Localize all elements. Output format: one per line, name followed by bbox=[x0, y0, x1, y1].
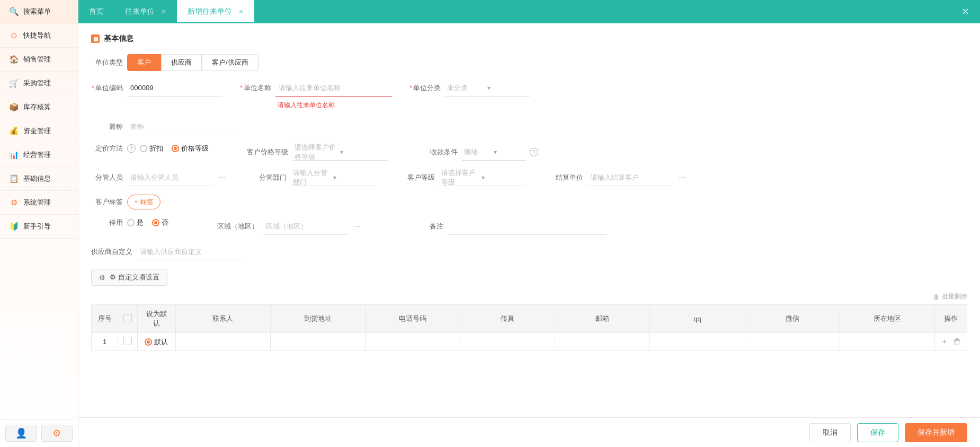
custom-settings-button[interactable]: ⚙ ⚙ 自定义项设置 bbox=[91, 269, 167, 286]
row-contact[interactable] bbox=[175, 333, 270, 351]
row-region[interactable] bbox=[840, 333, 934, 351]
main-area: 首页 往来单位 ✕ 新增往来单位 ✕ ✕ ▦ 基本信息 单位类型 客户 供应商 … bbox=[78, 0, 980, 447]
sidebar-item-purchase[interactable]: 🛒 采购管理 bbox=[0, 72, 78, 95]
save-new-button[interactable]: 保存并新增 bbox=[905, 423, 967, 442]
tab-bar: 首页 往来单位 ✕ 新增往来单位 ✕ ✕ bbox=[78, 0, 980, 23]
row-wechat[interactable] bbox=[745, 333, 840, 351]
region-group: 区域（地区） ··· bbox=[217, 218, 363, 235]
tab-home[interactable]: 首页 bbox=[78, 0, 114, 23]
supervisor-dots[interactable]: ··· bbox=[216, 173, 227, 182]
sidebar-item-basic[interactable]: 📋 基础信息 bbox=[0, 167, 78, 191]
remarks-input[interactable] bbox=[448, 218, 607, 235]
abbr-row: 简称 bbox=[91, 118, 967, 135]
sidebar-item-label: 新手引导 bbox=[23, 222, 51, 231]
settlement-label: 结算单位 bbox=[551, 173, 583, 182]
fax-input[interactable] bbox=[466, 338, 549, 346]
region-input[interactable] bbox=[263, 218, 348, 235]
contact-input[interactable] bbox=[181, 338, 265, 346]
settlement-dots[interactable]: ··· bbox=[676, 173, 688, 182]
qq-input[interactable] bbox=[655, 338, 739, 346]
sidebar-item-system[interactable]: ⚙ 系统管理 bbox=[0, 191, 78, 215]
col-region: 所在地区 bbox=[840, 305, 934, 333]
row-action-btns: ＋ 🗑 bbox=[940, 336, 961, 347]
tab-new-partner[interactable]: 新增往来单位 ✕ bbox=[177, 0, 254, 23]
col-fax: 传真 bbox=[460, 305, 555, 333]
unit-code-input[interactable] bbox=[127, 80, 222, 97]
add-row-btn[interactable]: ＋ bbox=[940, 336, 949, 347]
col-index: 序号 bbox=[92, 305, 118, 333]
row-address[interactable] bbox=[270, 333, 365, 351]
payment-terms-select[interactable]: 现结 ▾ bbox=[462, 144, 525, 161]
default-radio[interactable]: 默认 bbox=[143, 337, 170, 347]
tab-partners-close[interactable]: ✕ bbox=[161, 8, 166, 15]
select-all-checkbox[interactable] bbox=[123, 314, 132, 322]
save-button[interactable]: 保存 bbox=[857, 423, 898, 442]
price-level-group: 客户价格等级 请选择客户价格等级 ▾ bbox=[247, 144, 388, 161]
payment-help-icon[interactable]: ? bbox=[530, 148, 538, 156]
sidebar-item-label: 快捷导航 bbox=[23, 31, 51, 40]
sidebar-item-quick-nav[interactable]: ⊙ 快捷导航 bbox=[0, 24, 78, 48]
dept-group: 分管部门 请输入分管部门 ▾ bbox=[255, 169, 376, 186]
row-index: 1 bbox=[92, 333, 118, 351]
delete-row-btn[interactable]: 🗑 bbox=[953, 337, 961, 347]
address-input[interactable] bbox=[276, 338, 360, 346]
disable-yes[interactable]: 是 bbox=[127, 218, 144, 227]
supervisor-row: 分管人员 ··· 分管部门 请输入分管部门 ▾ 客户等级 请选择客户等级 ▾ 结… bbox=[91, 169, 967, 186]
row-qq[interactable] bbox=[650, 333, 745, 351]
price-level-select[interactable]: 请选择客户价格等级 ▾ bbox=[292, 144, 388, 161]
sidebar-item-label: 经营管理 bbox=[23, 150, 51, 160]
unit-type-label: 单位类型 bbox=[91, 58, 123, 67]
dept-select[interactable]: 请输入分管部门 ▾ bbox=[291, 169, 376, 186]
unit-category-group: 单位分类 未分类 ▾ bbox=[409, 80, 530, 97]
abbr-input[interactable] bbox=[127, 118, 233, 135]
tab-new-partner-close[interactable]: ✕ bbox=[238, 8, 244, 15]
sidebar-item-inventory[interactable]: 📦 库存核算 bbox=[0, 95, 78, 119]
wechat-input[interactable] bbox=[751, 338, 834, 346]
col-wechat: 微信 bbox=[745, 305, 840, 333]
row-fax[interactable] bbox=[460, 333, 555, 351]
row-default: 默认 bbox=[138, 333, 176, 351]
add-tag-button[interactable]: + 标签 bbox=[127, 195, 161, 209]
radio-level-circle bbox=[172, 145, 179, 152]
row-phone[interactable] bbox=[365, 333, 460, 351]
sidebar-item-guide[interactable]: 🔰 新手引导 bbox=[0, 215, 78, 239]
disable-no[interactable]: 否 bbox=[152, 218, 168, 227]
row-select-checkbox[interactable] bbox=[123, 337, 132, 345]
unit-type-customer[interactable]: 客户 bbox=[127, 54, 161, 71]
customer-level-select[interactable]: 请选择客户等级 ▾ bbox=[439, 169, 524, 186]
unit-type-both[interactable]: 客户/供应商 bbox=[202, 54, 259, 71]
row-email[interactable] bbox=[555, 333, 650, 351]
close-all-tabs[interactable]: ✕ bbox=[957, 6, 974, 17]
sidebar: 🔍 搜索菜单 ⊙ 快捷导航 🏠 销售管理 🛒 采购管理 📦 库存核算 💰 资金管… bbox=[0, 0, 78, 447]
sidebar-item-search[interactable]: 🔍 搜索菜单 bbox=[0, 0, 78, 24]
sidebar-user-btn[interactable]: 👤 bbox=[5, 425, 37, 442]
phone-input[interactable] bbox=[371, 338, 455, 346]
sidebar-item-operations[interactable]: 📊 经营管理 bbox=[0, 143, 78, 167]
supervisor-input[interactable] bbox=[127, 169, 212, 186]
unit-category-select[interactable]: 未分类 ▾ bbox=[445, 80, 530, 97]
batch-delete-btn[interactable]: 🗑 批量删除 bbox=[933, 292, 967, 301]
pricing-discount[interactable]: 折扣 bbox=[140, 144, 163, 153]
row-region-input[interactable] bbox=[845, 338, 929, 346]
disable-radio-group: 是 否 bbox=[127, 218, 168, 227]
settlement-input[interactable] bbox=[587, 169, 672, 186]
table-row: 1 默认 bbox=[92, 333, 967, 351]
cancel-button[interactable]: 取消 bbox=[809, 423, 851, 442]
unit-name-input[interactable] bbox=[275, 80, 392, 97]
supplier-custom-input[interactable] bbox=[137, 243, 243, 260]
sidebar-item-finance[interactable]: 💰 资金管理 bbox=[0, 119, 78, 143]
unit-category-label: 单位分类 bbox=[409, 83, 441, 93]
pricing-help-icon[interactable]: ? bbox=[127, 144, 136, 153]
section-title-icon: ▦ bbox=[91, 34, 100, 43]
col-default: 设为默认 bbox=[138, 305, 176, 333]
email-input[interactable] bbox=[560, 338, 644, 346]
region-dots[interactable]: ··· bbox=[352, 222, 363, 231]
unit-type-buttons: 客户 供应商 客户/供应商 bbox=[127, 54, 259, 71]
pricing-level[interactable]: 价格等级 bbox=[172, 144, 209, 153]
sidebar-settings-btn[interactable]: ⚙ bbox=[41, 425, 73, 442]
sidebar-item-sales[interactable]: 🏠 销售管理 bbox=[0, 48, 78, 72]
unit-type-supplier[interactable]: 供应商 bbox=[161, 54, 202, 71]
list-icon: 📋 bbox=[8, 173, 19, 184]
tab-partners[interactable]: 往来单位 ✕ bbox=[114, 0, 177, 23]
cart-icon: 🛒 bbox=[8, 78, 19, 89]
